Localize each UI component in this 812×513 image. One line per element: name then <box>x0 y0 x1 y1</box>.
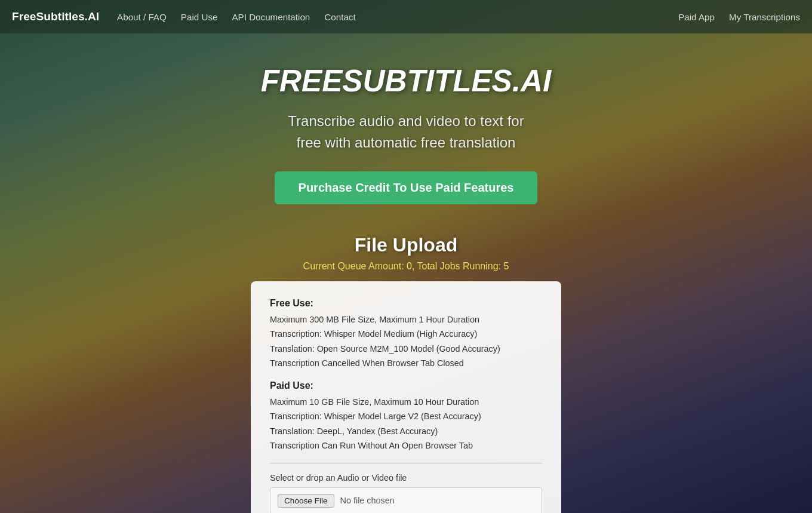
cta-purchase-button[interactable]: Purchase Credit To Use Paid Features <box>275 171 538 204</box>
hero-subtitle: Transcribe audio and video to text for f… <box>12 110 800 153</box>
paid-use-detail-3: Translation: DeepL, Yandex (Best Accurac… <box>270 424 542 438</box>
file-upload-title: File Upload <box>12 234 800 256</box>
nav-my-transcriptions[interactable]: My Transcriptions <box>729 12 800 22</box>
hero-subtitle-line1: Transcribe audio and video to text for <box>288 113 524 129</box>
paid-use-heading: Paid Use: <box>270 380 542 391</box>
navbar: FreeSubtitles.AI About / FAQ Paid Use AP… <box>0 0 812 33</box>
free-use-detail-3: Translation: Open Source M2M_100 Model (… <box>270 342 542 356</box>
free-use-detail-2: Transcription: Whisper Model Medium (Hig… <box>270 327 542 341</box>
file-input-wrapper[interactable]: Choose File No file chosen <box>270 487 542 513</box>
file-upload-section: File Upload Current Queue Amount: 0, Tot… <box>0 222 812 513</box>
divider <box>270 463 542 463</box>
brand-link[interactable]: FreeSubtitles.AI <box>12 10 99 23</box>
free-use-detail-4: Transcription Cancelled When Browser Tab… <box>270 356 542 370</box>
nav-api-docs[interactable]: API Documentation <box>232 12 310 22</box>
paid-use-detail-4: Transcription Can Run Without An Open Br… <box>270 438 542 453</box>
queue-info: Current Queue Amount: 0, Total Jobs Runn… <box>12 261 800 272</box>
free-use-details: Maximum 300 MB File Size, Maximum 1 Hour… <box>270 312 542 371</box>
hero-section: FREESUBTITLES.AI Transcribe audio and vi… <box>0 33 812 222</box>
nav-links-left: About / FAQ Paid Use API Documentation C… <box>117 12 678 22</box>
upload-card: Free Use: Maximum 300 MB File Size, Maxi… <box>251 281 561 513</box>
nav-about[interactable]: About / FAQ <box>117 12 167 22</box>
file-select-label: Select or drop an Audio or Video file <box>270 473 542 483</box>
choose-file-button[interactable]: Choose File <box>278 494 334 508</box>
nav-paid-use[interactable]: Paid Use <box>181 12 218 22</box>
hero-subtitle-line2: free with automatic free translation <box>297 134 516 150</box>
no-file-text: No file chosen <box>340 496 395 505</box>
paid-use-detail-1: Maximum 10 GB File Size, Maximum 10 Hour… <box>270 395 542 409</box>
paid-use-details: Maximum 10 GB File Size, Maximum 10 Hour… <box>270 395 542 453</box>
nav-contact[interactable]: Contact <box>324 12 355 22</box>
nav-links-right: Paid App My Transcriptions <box>678 12 800 22</box>
free-use-heading: Free Use: <box>270 298 542 309</box>
nav-paid-app[interactable]: Paid App <box>678 12 715 22</box>
hero-title: FREESUBTITLES.AI <box>12 63 800 99</box>
paid-use-detail-2: Transcription: Whisper Model Large V2 (B… <box>270 409 542 423</box>
free-use-detail-1: Maximum 300 MB File Size, Maximum 1 Hour… <box>270 312 542 327</box>
